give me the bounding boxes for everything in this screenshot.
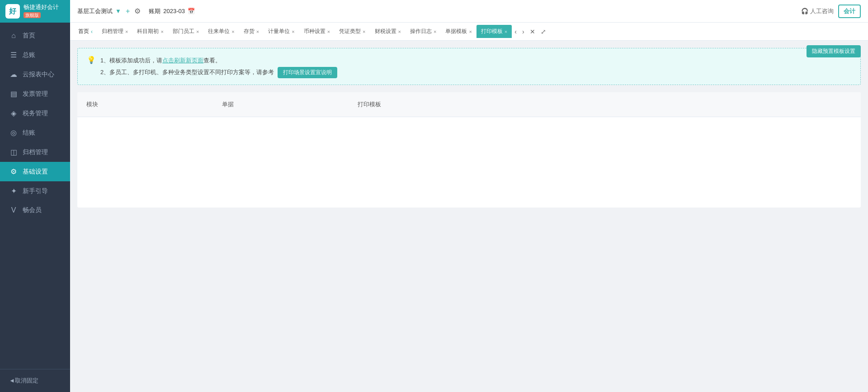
sidebar-item-tax[interactable]: ◈ 税务管理 [0,104,70,123]
sidebar-item-archive-label: 归档管理 [23,148,48,156]
sidebar-item-member[interactable]: V 畅会员 [0,201,70,220]
hide-preview-btn[interactable]: 隐藏预置模板设置 [807,45,861,57]
sidebar-item-ledger[interactable]: ☰ 总账 [0,45,70,65]
account-btn[interactable]: 会计 [838,5,861,18]
bulb-icon: 💡 [87,56,96,64]
home-icon: ⌂ [9,32,18,40]
col-module: 模块 [77,97,213,112]
tab-operation-log-close-icon[interactable]: × [434,29,436,34]
sidebar-unpin-btn[interactable]: ◄取消固定 [0,369,70,392]
archive-icon: ◫ [9,148,18,156]
tab-currency-label: 币种设置 [304,28,326,35]
tab-currency-close-icon[interactable]: × [327,29,330,34]
tab-vendor[interactable]: 往来单位 × [203,25,239,38]
tab-print-template-close-icon[interactable]: × [505,29,507,34]
tabbar: 首页 ‹ 归档管理 × 科目期初 × 部门员工 × 往来单位 × 存货 × 计量… [70,23,868,41]
period-value: 2023-03 [163,8,185,14]
support-btn[interactable]: 🎧 人工咨询 [801,7,834,15]
tab-unit-close-icon[interactable]: × [292,29,294,34]
content-area: 隐藏预置模板设置 💡 1、模板添加成功后，请点击刷新新页面查看。 2、多员工、多… [70,41,868,392]
calendar-icon[interactable]: 📅 [188,8,195,14]
tab-subjects-label: 科目期初 [137,28,159,35]
support-label: 人工咨询 [810,7,834,15]
tab-department-close-icon[interactable]: × [196,29,199,34]
topbar: 基层工会测试 ▼ + ⚙ 账期 2023-03 📅 🎧 人工咨询 会计 [70,0,868,23]
tab-voucher-type-label: 凭证类型 [339,28,361,35]
invoice-icon: ▤ [9,90,18,98]
tab-vendor-close-icon[interactable]: × [231,29,234,34]
tab-inventory-label: 存货 [244,28,255,35]
print-scene-btn[interactable]: 打印场景设置宣说明 [278,67,337,78]
tab-subjects[interactable]: 科目期初 × [132,25,168,38]
notice-line2-text: 2、多员工、多打印机、多种业务类型设置不同打印方案等，请参考 [100,69,274,76]
tab-voucher-type[interactable]: 凭证类型 × [335,25,370,38]
tax-icon: ◈ [9,109,18,118]
table-body [77,117,861,208]
col-print-template: 打印模板 [349,97,861,112]
tab-unit-label: 计量单位 [268,28,290,35]
sidebar-footer-label: ◄取消固定 [9,377,38,385]
tab-unit[interactable]: 计量单位 × [264,25,299,38]
sidebar-item-close[interactable]: ◎ 结账 [0,123,70,142]
sidebar-item-home-label: 首页 [23,32,35,40]
tab-archive-close-icon[interactable]: × [125,29,128,34]
tab-operation-log[interactable]: 操作日志 × [406,25,441,38]
tab-inventory[interactable]: 存货 × [239,25,264,38]
tab-tax-settings-label: 财税设置 [375,28,396,35]
logo-badge: 旗舰版 [24,12,41,18]
sidebar-item-ledger-label: 总账 [23,51,35,59]
settings-icon: ⚙ [9,167,18,176]
sidebar-item-guide[interactable]: ✦ 新手引导 [0,181,70,201]
period-label: 账期 [149,7,160,15]
notice-line1-before: 1、模板添加成功后，请 [100,57,162,64]
tab-single-template[interactable]: 单据模板 × [441,25,476,38]
notice-line1-after: 查看。 [203,57,221,64]
close-period-icon: ◎ [9,128,18,137]
sidebar: 好 畅捷通好会计 旗舰版 ⌂ 首页 ☰ 总账 ☁ 云报表中心 ▤ 发票管理 ◈ … [0,0,70,392]
tab-single-template-close-icon[interactable]: × [469,29,472,34]
sidebar-item-close-label: 结账 [23,129,35,137]
add-project-btn[interactable]: + [126,7,130,15]
ledger-icon: ☰ [9,51,18,59]
tab-tax-settings[interactable]: 财税设置 × [370,25,406,38]
notice-row: 💡 1、模板添加成功后，请点击刷新新页面查看。 2、多员工、多打印机、多种业务类… [87,55,851,78]
sidebar-item-archive[interactable]: ◫ 归档管理 [0,142,70,162]
sidebar-logo: 好 畅捷通好会计 旗舰版 [0,0,70,23]
tab-scroll-right-btn[interactable]: › [519,26,527,37]
topbar-project: 基层工会测试 ▼ [77,7,121,15]
sidebar-item-reports[interactable]: ☁ 云报表中心 [0,65,70,84]
notice-line1: 1、模板添加成功后，请点击刷新新页面查看。 [100,55,337,66]
tab-subjects-close-icon[interactable]: × [160,29,163,34]
chevron-left-icon[interactable]: ‹ [91,28,93,35]
tab-voucher-type-close-icon[interactable]: × [363,29,365,34]
tab-close-all-btn[interactable]: ✕ [527,26,538,37]
sidebar-item-tax-label: 税务管理 [23,109,48,118]
headset-icon: 🎧 [801,8,808,14]
tab-tax-settings-close-icon[interactable]: × [398,29,401,34]
logo-text: 畅捷通好会计 旗舰版 [24,4,59,19]
sidebar-item-home[interactable]: ⌂ 首页 [0,26,70,45]
guide-icon: ✦ [9,187,18,195]
tab-currency[interactable]: 币种设置 × [299,25,335,38]
tab-operation-log-label: 操作日志 [410,28,432,35]
sidebar-item-invoice[interactable]: ▤ 发票管理 [0,84,70,104]
tab-archive[interactable]: 归档管理 × [97,25,132,38]
tab-department[interactable]: 部门员工 × [168,25,203,38]
tab-inventory-close-icon[interactable]: × [256,29,259,34]
project-chevron-icon[interactable]: ▼ [115,8,121,14]
topbar-settings-btn[interactable]: ⚙ [134,7,141,15]
notice-line2: 2、多员工、多打印机、多种业务类型设置不同打印方案等，请参考 打印场景设置宣说明 [100,66,337,78]
tab-home[interactable]: 首页 ‹ [74,25,97,38]
main-area: 基层工会测试 ▼ + ⚙ 账期 2023-03 📅 🎧 人工咨询 会计 首页 ‹… [70,0,868,392]
tab-scroll-left-btn[interactable]: ‹ [512,26,519,37]
tab-print-template[interactable]: 打印模板 × [476,25,512,38]
notice-refresh-link[interactable]: 点击刷新新页面 [162,57,203,64]
topbar-period: 账期 2023-03 📅 [149,7,195,15]
sidebar-item-settings[interactable]: ⚙ 基础设置 [0,162,70,181]
tab-department-label: 部门员工 [173,28,194,35]
sidebar-item-invoice-label: 发票管理 [23,90,48,98]
tab-archive-label: 归档管理 [102,28,123,35]
tab-expand-btn[interactable]: ⤢ [538,26,549,37]
member-icon: V [9,206,18,214]
table-header: 模块 单据 打印模板 [77,92,861,117]
